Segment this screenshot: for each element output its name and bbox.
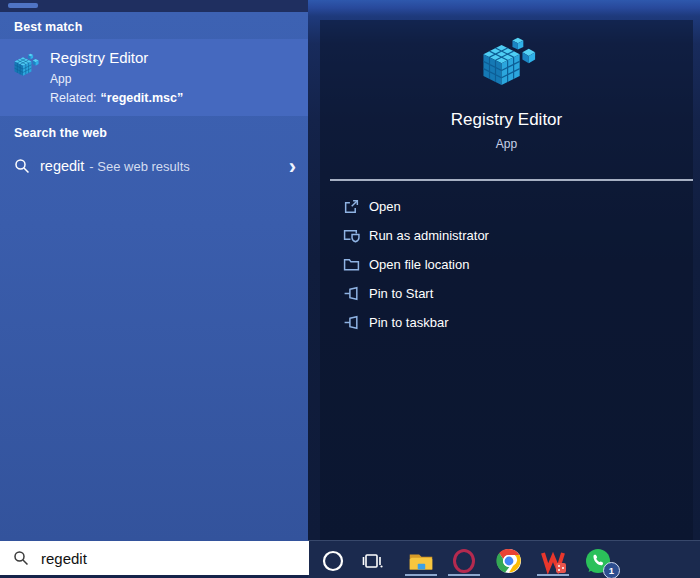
flyout-top-edge	[0, 0, 308, 12]
preview-type: App	[320, 137, 693, 151]
chrome-icon[interactable]	[495, 547, 523, 575]
search-icon	[14, 158, 30, 174]
action-open[interactable]: Open	[320, 192, 693, 221]
drag-handle	[8, 3, 38, 8]
taskbar-active-indicator	[537, 574, 569, 576]
folder-icon	[343, 256, 360, 273]
search-input[interactable]	[39, 549, 283, 568]
chevron-right-icon[interactable]: ›	[289, 150, 296, 184]
action-open-file-location[interactable]: Open file location	[320, 250, 693, 279]
web-search-result[interactable]: regedit - See web results ›	[0, 149, 308, 183]
related-label: Related:	[50, 91, 97, 105]
web-result-text: regedit - See web results	[40, 149, 190, 183]
taskbar-active-indicator	[405, 574, 437, 576]
taskbar-search-box[interactable]	[0, 541, 309, 575]
action-label: Pin to taskbar	[369, 315, 449, 330]
opera-icon[interactable]	[449, 546, 479, 576]
preview-frame: Registry Editor App Open Run as administ…	[308, 0, 700, 540]
best-match-result[interactable]: Registry Editor App Related:“regedit.msc…	[0, 39, 308, 116]
web-suffix: - See web results	[89, 159, 189, 174]
best-match-header: Best match	[14, 20, 82, 34]
file-explorer-icon[interactable]	[406, 546, 436, 576]
action-run-as-administrator[interactable]: Run as administrator	[320, 221, 693, 250]
shield-icon	[343, 227, 360, 244]
search-results-panel: Best match	[0, 12, 308, 541]
action-pin-to-start[interactable]: Pin to Start	[320, 279, 693, 308]
action-label: Open	[369, 199, 401, 214]
taskbar: 1	[308, 540, 700, 578]
web-query: regedit	[40, 158, 84, 174]
action-label: Open file location	[369, 257, 469, 272]
search-web-header: Search the web	[14, 126, 107, 140]
preview-pane: Registry Editor App Open Run as administ…	[320, 20, 693, 540]
notification-badge: 1	[603, 562, 620, 578]
best-match-title: Registry Editor	[50, 49, 148, 66]
action-label: Pin to Start	[369, 286, 433, 301]
taskbar-active-indicator	[448, 574, 480, 576]
action-label: Run as administrator	[369, 228, 489, 243]
wps-office-icon[interactable]	[539, 547, 567, 575]
task-view-icon[interactable]	[361, 549, 385, 573]
pin-icon	[343, 314, 360, 331]
start-search-flyout: Best match	[0, 0, 700, 578]
preview-title: Registry Editor	[320, 110, 693, 130]
cortana-icon[interactable]	[321, 549, 345, 573]
related-value: “regedit.msc”	[101, 91, 184, 105]
pin-icon	[343, 285, 360, 302]
open-icon	[343, 198, 360, 215]
best-match-related: Related:“regedit.msc”	[50, 91, 183, 105]
separator	[330, 179, 693, 181]
action-pin-to-taskbar[interactable]: Pin to taskbar	[320, 308, 693, 337]
registry-editor-icon	[12, 53, 39, 80]
search-icon	[13, 550, 29, 566]
best-match-type: App	[50, 72, 71, 86]
registry-editor-icon-large	[478, 36, 536, 94]
context-actions: Open Run as administrator Open file loca…	[320, 192, 693, 337]
